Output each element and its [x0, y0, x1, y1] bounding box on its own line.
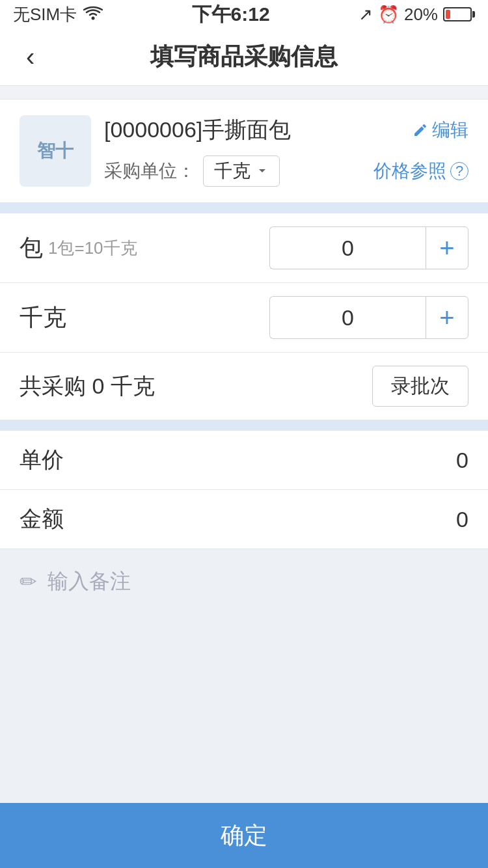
main-content: 智十 [0000006]手撕面包 编辑 采购单位： 千克 [0, 99, 488, 868]
total-text: 共采购 0 千克 [20, 372, 155, 401]
pack-input-group: + [269, 226, 468, 269]
price-ref-label: 价格参照 [373, 159, 446, 183]
page-title: 填写商品采购信息 [150, 41, 338, 73]
battery-percent: 20% [404, 5, 438, 25]
kg-plus-button[interactable]: + [426, 296, 468, 339]
battery-icon [443, 7, 475, 21]
kg-label: 千克 [20, 302, 66, 334]
product-name-row: [0000006]手撕面包 编辑 [104, 115, 468, 145]
amount-label: 金额 [20, 504, 64, 534]
price-row: 单价 0 [0, 431, 488, 490]
price-label: 单价 [20, 445, 64, 475]
section-divider-middle [0, 420, 488, 431]
edit-button[interactable]: 编辑 [413, 118, 468, 142]
notes-section[interactable]: ✏ 输入备注 [0, 549, 488, 614]
alarm-icon: ⏰ [378, 5, 399, 25]
unit-label: 采购单位： [104, 159, 195, 183]
confirm-button[interactable]: 确定 [0, 803, 488, 868]
section-divider-top [0, 203, 488, 213]
price-value: 0 [456, 448, 468, 473]
edit-label: 编辑 [432, 118, 468, 142]
unit-value: 千克 [214, 159, 251, 183]
status-time: 下午6:12 [192, 1, 270, 28]
pack-sub-label: 1包=10千克 [48, 237, 137, 260]
price-ref-button[interactable]: 价格参照 ? [373, 159, 468, 183]
record-batch-button[interactable]: 录批次 [372, 366, 468, 407]
nav-bar: ‹ 填写商品采购信息 [0, 29, 488, 86]
wifi-icon [83, 5, 103, 25]
status-bar: 无SIM卡 下午6:12 ↗ ⏰ 20% [0, 0, 488, 29]
amount-row: 金额 0 [0, 490, 488, 549]
notes-placeholder-text: 输入备注 [47, 567, 131, 596]
unit-select[interactable]: 千克 [203, 156, 280, 187]
location-icon: ↗ [359, 5, 373, 25]
carrier-text: 无SIM卡 [13, 3, 77, 26]
product-info: [0000006]手撕面包 编辑 采购单位： 千克 [104, 115, 468, 187]
back-button[interactable]: ‹ [20, 36, 41, 78]
unit-row: 采购单位： 千克 价格参照 ? [104, 156, 468, 187]
product-name: [0000006]手撕面包 [104, 115, 291, 145]
product-section: 智十 [0000006]手撕面包 编辑 采购单位： 千克 [0, 99, 488, 203]
pack-label: 包 [20, 232, 43, 264]
kg-quantity-input[interactable] [269, 296, 426, 339]
status-carrier: 无SIM卡 [13, 3, 103, 26]
svg-point-0 [92, 16, 95, 20]
pack-input-row: 包 1包=10千克 + [0, 213, 488, 283]
amount-value: 0 [456, 507, 468, 532]
pack-quantity-input[interactable] [269, 226, 426, 269]
product-logo: 智十 [20, 115, 91, 187]
kg-input-row: 千克 + [0, 283, 488, 353]
kg-input-group: + [269, 296, 468, 339]
help-icon: ? [450, 162, 468, 180]
pencil-icon: ✏ [20, 569, 37, 594]
pack-plus-button[interactable]: + [426, 226, 468, 269]
product-logo-text: 智十 [37, 139, 74, 163]
total-row: 共采购 0 千克 录批次 [0, 353, 488, 420]
status-indicators: ↗ ⏰ 20% [359, 5, 475, 25]
